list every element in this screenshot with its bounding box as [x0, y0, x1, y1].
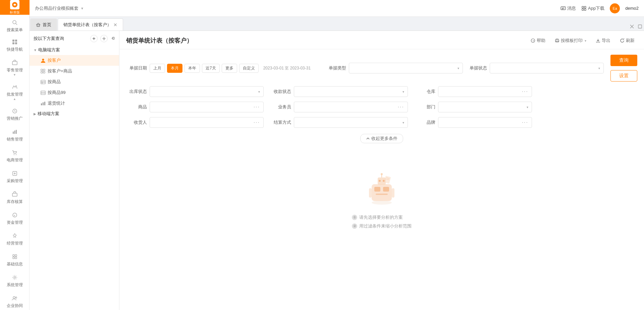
sidebar-item-search[interactable]: 搜索菜单: [0, 15, 30, 35]
sidebar-item-enterprise[interactable]: 企业协同: [0, 291, 30, 310]
goods-select[interactable]: ···: [150, 102, 264, 112]
tree-item-by-goods-99-label: 按商品99: [48, 90, 65, 96]
warehouse-label: 仓库: [415, 89, 438, 95]
sidebar-item-operation[interactable]: 经营管理: [0, 229, 30, 250]
svg-point-1: [13, 20, 16, 24]
print-icon: [555, 38, 559, 43]
help-icon: ?: [531, 38, 535, 43]
staff-select[interactable]: ···: [294, 102, 408, 112]
brand-select[interactable]: ···: [438, 117, 532, 128]
left-panel-header: 按以下方案查询: [30, 31, 119, 45]
svg-point-71: [379, 180, 381, 182]
date-picker-group: 上月 本月 本年 近7天 更多 自定义 2023-03-01 至 2023-03…: [150, 64, 325, 73]
message-icon: [560, 6, 566, 11]
svg-rect-60: [44, 102, 45, 105]
refresh-btn[interactable]: 刷新: [617, 36, 637, 45]
export-btn[interactable]: 导出: [593, 36, 613, 45]
system-label: 系统管理: [7, 282, 23, 288]
svg-rect-48: [43, 69, 45, 71]
date-btn-this-month[interactable]: 本月: [167, 64, 182, 73]
left-panel-actions: [90, 35, 115, 42]
goods-dots[interactable]: ···: [254, 104, 260, 110]
date-btn-more[interactable]: 更多: [222, 64, 237, 73]
sidebar-item-inventory[interactable]: 库存核算: [0, 187, 30, 208]
sidebar-item-wholesale[interactable]: 批发管理 ▲: [0, 80, 30, 104]
basic-icon: [11, 253, 18, 260]
logo-icon: [10, 0, 19, 9]
settings-btn[interactable]: 设置: [610, 70, 637, 82]
date-btn-custom[interactable]: 自定义: [239, 64, 259, 73]
payment-select[interactable]: ▾: [294, 86, 408, 97]
app-download-btn[interactable]: App下载: [581, 5, 604, 11]
status-select[interactable]: ▾: [490, 63, 604, 73]
status-dropdown-arrow: ▾: [598, 66, 600, 70]
print-btn[interactable]: 按模板打印 ▾: [552, 36, 589, 45]
warehouse-select[interactable]: ···: [438, 86, 532, 97]
window-maximize-btn[interactable]: [636, 22, 644, 31]
tab-sales-stat[interactable]: 销货单统计表（按客户） ✕: [58, 18, 123, 31]
sidebar-item-quick-nav[interactable]: 快捷导航: [0, 35, 30, 56]
collapse-filters-btn[interactable]: 收起更多条件: [360, 134, 403, 143]
help-btn[interactable]: ? 帮助: [528, 36, 548, 45]
warehouse-dots[interactable]: ···: [522, 89, 528, 95]
tree-group-mobile[interactable]: ▶ 移动端方案: [30, 109, 119, 119]
dept-select[interactable]: ▾: [438, 102, 532, 112]
date-btn-last-month[interactable]: 上月: [150, 64, 165, 73]
search-icon: [11, 19, 18, 26]
sidebar-item-basic[interactable]: 基础信息: [0, 250, 30, 270]
svg-rect-51: [41, 80, 45, 84]
svg-point-74: [381, 173, 383, 175]
logo-area[interactable]: 标准版: [0, 0, 30, 15]
collapse-panel-btn[interactable]: [110, 36, 115, 42]
sales-label: 销售管理: [7, 137, 23, 142]
sidebar-item-system[interactable]: 系统管理: [0, 270, 30, 291]
date-btn-this-year[interactable]: 本年: [184, 64, 200, 73]
tab-bar: 首页 销货单统计表（按客户） ✕: [30, 17, 644, 31]
tree-item-by-goods-99[interactable]: 按商品99: [30, 87, 119, 98]
messages-btn[interactable]: 消息: [560, 5, 576, 11]
chart-icon: [40, 101, 46, 106]
sidebar-search-label: 搜索菜单: [7, 27, 23, 33]
sidebar-item-finance[interactable]: ¥ 资金管理: [0, 208, 30, 229]
empty-state: ① 请先选择要分析的方案 ② 用过滤条件来缩小分析范围: [119, 147, 644, 251]
window-close-btn[interactable]: [628, 22, 636, 31]
collapse-filters-row: 收起更多条件: [126, 133, 637, 147]
header-left: 办公用品行业模拟账套 ▾: [35, 5, 83, 11]
recipient-select[interactable]: ···: [150, 117, 264, 128]
export-label: 导出: [602, 38, 610, 44]
svg-line-2: [16, 23, 17, 25]
settlement-select[interactable]: ▾: [294, 117, 408, 128]
inventory-label: 库存核算: [7, 199, 23, 205]
tab-close-btn[interactable]: ✕: [113, 22, 117, 28]
page-area: 按以下方案查询 ▼ 电脑端方案: [30, 31, 644, 310]
brand-dots[interactable]: ···: [522, 119, 528, 125]
collapse-filters-label: 收起更多条件: [371, 136, 397, 142]
sidebar-item-purchase[interactable]: 采购管理: [0, 166, 30, 187]
purchase-label: 采购管理: [7, 178, 23, 184]
print-label: 按模板打印: [561, 38, 583, 44]
sidebar-item-ecommerce[interactable]: 电商管理: [0, 146, 30, 166]
settings-scheme-btn[interactable]: [100, 35, 108, 42]
type-select[interactable]: ▾: [349, 63, 463, 73]
tree-item-return-stat[interactable]: 退货统计: [30, 98, 119, 109]
tree-group-pc[interactable]: ▼ 电脑端方案: [30, 45, 119, 55]
query-btn[interactable]: 查询: [610, 55, 637, 66]
add-scheme-btn[interactable]: [90, 35, 98, 42]
tree-item-by-customer[interactable]: 按客户: [30, 55, 119, 66]
breadcrumb-title: 办公用品行业模拟账套: [35, 5, 78, 11]
tab-home-label: 首页: [43, 22, 51, 28]
svg-point-25: [13, 297, 15, 299]
tab-home[interactable]: 首页: [30, 18, 57, 31]
tree-item-by-customer-goods[interactable]: 按客户+商品: [30, 66, 119, 76]
out-status-select[interactable]: ▾: [150, 86, 264, 97]
sidebar-item-retail[interactable]: 零售管理 ▼: [0, 56, 30, 80]
recipient-dots[interactable]: ···: [254, 119, 260, 125]
out-status-arrow: ▾: [258, 90, 260, 94]
tree-item-by-goods[interactable]: 按商品: [30, 76, 119, 87]
sidebar-item-marketing[interactable]: 营销推广: [0, 104, 30, 125]
staff-dots[interactable]: ···: [398, 104, 404, 110]
user-avatar[interactable]: Ea: [610, 3, 620, 13]
svg-rect-23: [15, 257, 17, 259]
sidebar-item-sales[interactable]: 销售管理: [0, 125, 30, 146]
date-btn-7days[interactable]: 近7天: [202, 64, 220, 73]
